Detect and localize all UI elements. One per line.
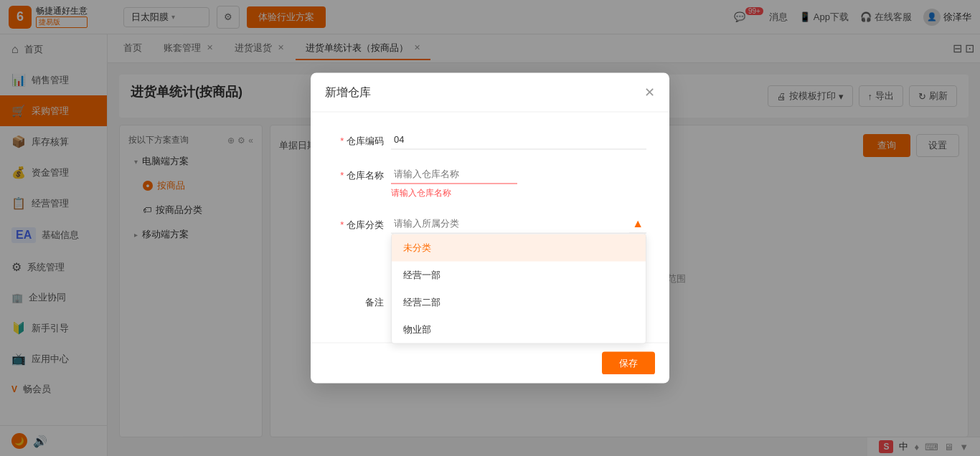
name-input[interactable] — [391, 164, 517, 184]
code-input[interactable] — [391, 130, 646, 150]
modal-footer: 保存 — [311, 343, 669, 384]
dropdown-item-uncategorized[interactable]: 未分类 — [392, 234, 646, 262]
save-button[interactable]: 保存 — [602, 352, 655, 375]
code-form-row: 仓库编码 — [334, 130, 646, 150]
category-input[interactable] — [391, 214, 629, 233]
modal-header: 新增仓库 ✕ — [311, 73, 669, 113]
category-label: 仓库分类 — [334, 214, 391, 232]
category-dropdown: 未分类 经营一部 经营二部 物业部 — [391, 234, 646, 344]
name-form-row: 仓库名称 请输入仓库名称 — [334, 164, 646, 199]
remark-label: 备注 — [334, 291, 391, 309]
name-label: 仓库名称 — [334, 164, 391, 182]
code-label: 仓库编码 — [334, 130, 391, 148]
dropdown-item-ops2[interactable]: 经营二部 — [392, 289, 646, 316]
name-error-msg: 请输入仓库名称 — [391, 187, 517, 199]
modal-title: 新增仓库 — [325, 85, 371, 100]
dropdown-item-property[interactable]: 物业部 — [392, 316, 646, 343]
dropdown-item-ops1[interactable]: 经营一部 — [392, 262, 646, 289]
category-form-row: 仓库分类 ▲ 未分类 经营一部 经营二部 物业部 — [334, 214, 646, 234]
modal-close-button[interactable]: ✕ — [644, 85, 655, 100]
modal-body: 仓库编码 仓库名称 请输入仓库名称 仓库分类 ▲ — [311, 113, 669, 343]
category-toggle-button[interactable]: ▲ — [629, 214, 646, 232]
new-warehouse-modal: 新增仓库 ✕ 仓库编码 仓库名称 请输入仓库名称 仓库分类 — [311, 73, 669, 384]
category-wrap: ▲ 未分类 经营一部 经营二部 物业部 — [391, 214, 646, 234]
